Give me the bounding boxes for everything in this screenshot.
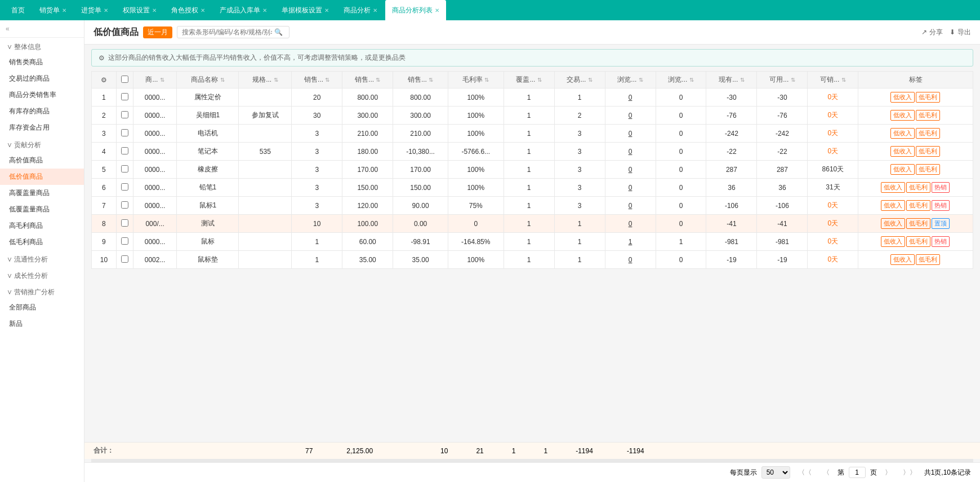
col-checkbox (116, 72, 133, 89)
sidebar-item-category-sales[interactable]: 商品分类销售率 (0, 87, 84, 103)
close-icon[interactable]: ✕ (373, 7, 377, 14)
cell-name: 铅笔1 (177, 179, 239, 197)
sidebar-group-growth[interactable]: ∨ 成长性分析 (0, 267, 84, 283)
cell-view1: 0 (605, 125, 656, 143)
cell-no: 3 (92, 125, 117, 143)
cell-spec: 535 (239, 143, 292, 161)
view1-link[interactable]: 0 (629, 94, 632, 101)
page-size-select[interactable]: 50 100 200 (761, 466, 790, 479)
row-checkbox[interactable] (121, 129, 128, 136)
cell-sales-amount: 800.00 (393, 89, 448, 107)
sidebar-item-new-products[interactable]: 新品 (0, 316, 84, 332)
view1-link[interactable]: 0 (629, 184, 632, 192)
pagination: 每页显示 50 100 200 〈〈 〈 第 页 〉 〉〉 共1页,10条记录 (84, 462, 980, 482)
prev-page-btn[interactable]: 〈 (819, 467, 833, 479)
cell-no: 2 (92, 107, 117, 125)
sidebar-item-stocked-products[interactable]: 有库存的商品 (0, 103, 84, 120)
close-icon[interactable]: ✕ (324, 7, 329, 14)
cell-coverage: 1 (504, 251, 554, 269)
col-sales-qty: 销售... ⇅ (292, 72, 342, 89)
sidebar-item-high-margin[interactable]: 高毛利商品 (0, 218, 84, 234)
close-icon[interactable]: ✕ (435, 7, 439, 14)
cell-tags: 低收入低毛利 (858, 89, 973, 107)
sidebar-item-low-coverage[interactable]: 低覆盖量商品 (0, 201, 84, 218)
row-checkbox[interactable] (121, 219, 128, 227)
nav-template[interactable]: 单据模板设置 ✕ (275, 0, 336, 20)
sidebar-item-traded-products[interactable]: 交易过的商品 (0, 70, 84, 87)
view1-link[interactable]: 1 (629, 238, 632, 246)
cell-sellable-days: 8610天 (808, 161, 858, 179)
filter-button[interactable]: 近一月 (143, 26, 172, 38)
nav-roles[interactable]: 角色授权 ✕ (164, 0, 212, 20)
close-icon[interactable]: ✕ (201, 7, 205, 14)
sidebar-item-inventory-capital[interactable]: 库存资金占用 (0, 120, 84, 136)
cell-name: 鼠标 (177, 233, 239, 251)
notice-icon: ⚙ (99, 54, 105, 62)
tag: 低收入 (890, 164, 915, 175)
view1-link[interactable]: 0 (629, 256, 632, 264)
cell-current-stock: 36 (706, 179, 757, 197)
col-settings[interactable]: ⚙ (92, 72, 117, 89)
cell-tags: 低收入低毛利置顶 (858, 215, 973, 233)
view1-link[interactable]: 0 (629, 220, 632, 228)
row-checkbox[interactable] (121, 111, 128, 118)
cell-checkbox (116, 215, 133, 233)
col-sales-amount: 销售... ⇅ (393, 72, 448, 89)
export-icon: ⬇ (950, 28, 955, 36)
cell-sellable-days: 0天 (808, 89, 858, 107)
nav-warehouse[interactable]: 产成品入库单 ✕ (213, 0, 274, 20)
last-page-btn[interactable]: 〉〉 (899, 467, 920, 479)
sidebar-collapse-btn[interactable]: « (5, 24, 11, 34)
sidebar-group-liquidity[interactable]: ∨ 流通性分析 (0, 250, 84, 267)
cell-sales-amount: 300.00 (393, 107, 448, 125)
row-checkbox[interactable] (121, 165, 128, 173)
cell-sales-price: 60.00 (342, 233, 393, 251)
close-icon[interactable]: ✕ (104, 7, 108, 14)
row-checkbox[interactable] (121, 147, 128, 154)
tag: 低毛利 (916, 254, 940, 265)
nav-permissions[interactable]: 权限设置 ✕ (116, 0, 163, 20)
row-checkbox[interactable] (121, 93, 128, 100)
nav-product-analysis[interactable]: 商品分析 ✕ (337, 0, 384, 20)
export-button[interactable]: ⬇ 导出 (950, 28, 971, 37)
sidebar-item-high-coverage[interactable]: 高覆盖量商品 (0, 185, 84, 201)
view1-link[interactable]: 0 (629, 166, 632, 174)
nav-product-analysis-list[interactable]: 商品分析列表 ✕ (385, 0, 446, 20)
page-input[interactable] (849, 467, 866, 478)
cell-available-stock: 36 (757, 179, 808, 197)
cell-name: 测试 (177, 215, 239, 233)
view1-link[interactable]: 0 (629, 202, 632, 210)
row-checkbox[interactable] (121, 183, 128, 191)
first-page-btn[interactable]: 〈〈 (795, 467, 815, 479)
select-all-checkbox[interactable] (121, 76, 128, 83)
sidebar-item-low-value[interactable]: 低价值商品 (0, 169, 84, 185)
sidebar-item-sales-products[interactable]: 销售类商品 (0, 54, 84, 70)
search-icon[interactable]: 🔍 (274, 28, 283, 36)
nav-home[interactable]: 首页 (5, 0, 32, 20)
share-button[interactable]: ↗ 分享 (921, 28, 943, 37)
view1-link[interactable]: 0 (629, 130, 632, 138)
close-icon[interactable]: ✕ (152, 7, 157, 14)
view1-link[interactable]: 0 (629, 112, 632, 120)
sidebar-item-high-value[interactable]: 高价值商品 (0, 152, 84, 169)
cell-sales-amount: -10,380... (393, 143, 448, 161)
view1-link[interactable]: 0 (629, 148, 632, 156)
search-input[interactable] (182, 28, 272, 36)
tag: 低毛利 (906, 200, 930, 211)
sidebar-item-all-products[interactable]: 全部商品 (0, 299, 84, 316)
tag: 低收入 (890, 254, 915, 265)
row-checkbox[interactable] (121, 237, 128, 245)
nav-purchase[interactable]: 进货单 ✕ (74, 0, 115, 20)
sidebar-item-low-margin[interactable]: 低毛利商品 (0, 234, 84, 250)
row-checkbox[interactable] (121, 201, 128, 209)
table-row: 9 0000... 鼠标 1 60.00 -98.91 -164.85% 1 1… (92, 233, 973, 251)
close-icon[interactable]: ✕ (62, 7, 66, 14)
next-page-btn[interactable]: 〉 (881, 467, 895, 479)
data-table: ⚙ 商... ⇅ 商品名称 ⇅ 规格... ⇅ 销售... ⇅ 销售... ⇅ … (91, 71, 973, 269)
nav-sales[interactable]: 销货单 ✕ (33, 0, 73, 20)
close-icon[interactable]: ✕ (262, 7, 267, 14)
cell-current-stock: -242 (706, 125, 757, 143)
cell-code: 0000... (133, 233, 177, 251)
cell-view2: 0 (656, 89, 706, 107)
row-checkbox[interactable] (121, 255, 128, 263)
